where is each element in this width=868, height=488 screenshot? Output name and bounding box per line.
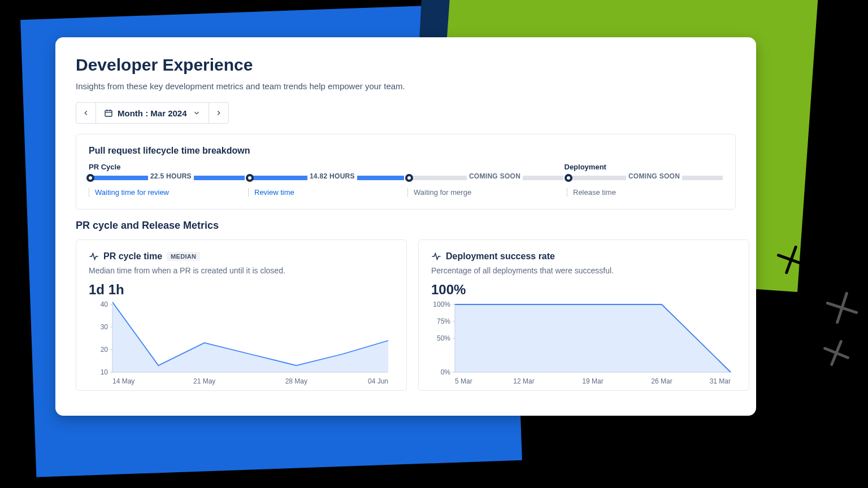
stage-value: COMING SOON	[626, 172, 682, 180]
svg-text:10: 10	[101, 368, 108, 376]
stage-link-waiting-review[interactable]: Waiting time for review	[89, 188, 245, 197]
stage-dot-icon	[405, 174, 413, 182]
sparkle-icon	[822, 288, 862, 328]
chart-big-value: 1d 1h	[89, 282, 394, 298]
lifecycle-bar: 22.5 HOURS 14.82 HOURS COMING SOON COMIN…	[89, 176, 723, 180]
chart-title: Deployment success rate	[446, 251, 555, 262]
svg-text:04 Jun: 04 Jun	[368, 377, 388, 385]
month-select[interactable]: Month : Mar 2024	[96, 103, 209, 123]
chart-desc: Median time from when a PR is created un…	[89, 266, 394, 275]
svg-text:28 May: 28 May	[285, 377, 307, 385]
page-subtitle: Insights from these key development metr…	[76, 81, 736, 91]
activity-icon	[89, 251, 99, 262]
stage-value: 22.5 HOURS	[148, 172, 194, 180]
stage-dot-icon	[86, 174, 94, 182]
pr-cycle-time-card: PR cycle time MEDIAN Median time from wh…	[76, 239, 407, 391]
svg-text:21 May: 21 May	[193, 377, 215, 385]
sparkle-icon	[774, 243, 808, 277]
calendar-icon	[104, 108, 113, 117]
svg-text:75%: 75%	[437, 317, 450, 325]
metrics-section-title: PR cycle and Release Metrics	[76, 220, 736, 232]
next-month-button[interactable]	[209, 103, 228, 123]
chevron-left-icon	[82, 109, 90, 117]
lifecycle-title: Pull request lifecycle time breakdown	[89, 146, 723, 156]
svg-text:20: 20	[101, 346, 108, 354]
date-navigator: Month : Mar 2024	[76, 102, 229, 124]
svg-text:30: 30	[101, 323, 108, 331]
stage-value: 14.82 HOURS	[307, 172, 357, 180]
svg-text:40: 40	[101, 301, 108, 308]
chart-big-value: 100%	[431, 282, 736, 298]
svg-text:5 Mar: 5 Mar	[455, 377, 472, 385]
sparkle-icon	[819, 336, 853, 370]
prev-month-button[interactable]	[76, 103, 96, 123]
stage-value: COMING SOON	[467, 172, 523, 180]
deployment-success-card: Deployment success rate Percentage of al…	[418, 239, 749, 391]
group-deployment: Deployment	[565, 163, 723, 171]
svg-text:50%: 50%	[437, 334, 450, 342]
chart-title: PR cycle time	[103, 251, 162, 262]
svg-text:12 Mar: 12 Mar	[513, 377, 534, 385]
group-pr-cycle: PR Cycle	[89, 163, 565, 171]
svg-text:26 Mar: 26 Mar	[651, 377, 672, 385]
svg-text:14 May: 14 May	[112, 377, 134, 385]
deployment-chart: 0%50%75%100%5 Mar12 Mar19 Mar26 Mar31 Ma…	[431, 301, 736, 386]
stage-link-review-time[interactable]: Review time	[248, 188, 404, 197]
dashboard-card: Developer Experience Insights from these…	[55, 37, 756, 416]
chart-desc: Percentage of all deployments that were …	[431, 266, 736, 275]
month-label: Month : Mar 2024	[118, 108, 187, 118]
stage-label-release-time: Release time	[567, 188, 723, 197]
stage-label-waiting-merge: Waiting for merge	[407, 188, 563, 197]
stage-dot-icon	[246, 174, 254, 182]
chevron-right-icon	[215, 109, 223, 117]
lifecycle-panel: Pull request lifecycle time breakdown PR…	[76, 134, 736, 210]
svg-text:19 Mar: 19 Mar	[582, 377, 603, 385]
svg-text:0%: 0%	[441, 368, 451, 376]
chevron-down-icon	[193, 109, 201, 117]
svg-rect-0	[105, 110, 112, 116]
svg-text:100%: 100%	[433, 301, 450, 308]
pr-cycle-chart: 1020304014 May21 May28 May04 Jun	[89, 301, 394, 386]
svg-text:31 Mar: 31 Mar	[710, 377, 731, 385]
median-badge: MEDIAN	[167, 252, 200, 261]
stage-dot-icon	[565, 174, 572, 182]
activity-icon	[431, 251, 441, 262]
page-title: Developer Experience	[76, 55, 736, 75]
